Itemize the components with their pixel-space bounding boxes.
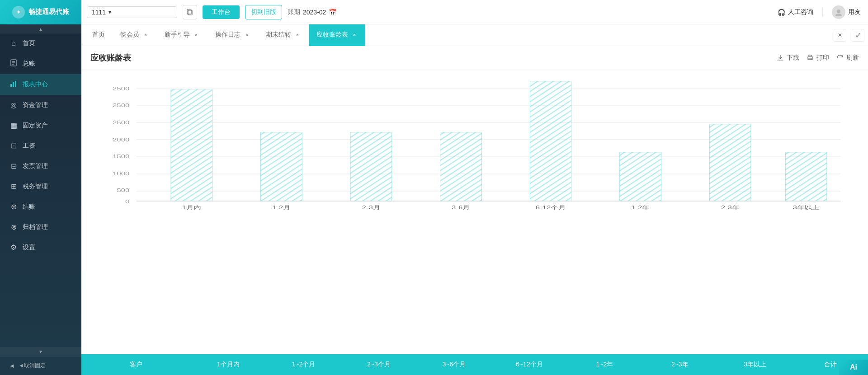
page-content: 应收账龄表 下载 xyxy=(81,46,868,375)
ledger-icon xyxy=(9,59,18,68)
tax-icon: ⊞ xyxy=(9,182,18,191)
logo-text: 畅捷通易代账 xyxy=(28,8,69,16)
ai-badge[interactable]: Ai xyxy=(839,360,868,375)
main-layout: ▲ ⌂ 首页 总账 xyxy=(0,24,868,375)
reports-icon xyxy=(9,80,18,89)
chevron-down-icon: ▾ xyxy=(108,9,111,15)
page-title: 应收账龄表 xyxy=(90,52,131,63)
user-name: 用友 xyxy=(848,8,861,16)
sidebar-item-settings[interactable]: ⚙ 设置 xyxy=(0,237,81,258)
sidebar-item-assets[interactable]: ▦ 固定资产 xyxy=(0,115,81,136)
svg-text:1月内: 1月内 xyxy=(182,205,201,210)
archive-icon: ⊗ xyxy=(9,223,18,231)
sidebar-label-reports: 报表中心 xyxy=(23,80,48,89)
sidebar-item-salary[interactable]: ⊡ 工资 xyxy=(0,136,81,156)
sidebar-item-invoice[interactable]: ⊟ 发票管理 xyxy=(0,156,81,176)
copy-icon xyxy=(186,9,193,16)
user-avatar-icon xyxy=(835,8,843,16)
ai-label: Ai xyxy=(850,363,857,371)
sidebar-item-tax[interactable]: ⊞ 税务管理 xyxy=(0,176,81,197)
sidebar-item-ledger[interactable]: 总账 xyxy=(0,53,81,74)
download-label: 下载 xyxy=(787,54,799,62)
company-selector[interactable]: 1111 ▾ xyxy=(87,6,177,18)
expand-tabs-button[interactable]: ⤢ xyxy=(852,29,864,42)
table-header-1m: 1个月内 xyxy=(191,361,266,369)
sidebar-label-ledger: 总账 xyxy=(23,60,35,68)
bar-2 xyxy=(261,132,302,201)
tab-home[interactable]: 首页 xyxy=(85,24,112,46)
svg-text:3年以上: 3年以上 xyxy=(793,205,820,210)
tab-guide[interactable]: 新手引导 × xyxy=(157,24,207,46)
copy-button[interactable] xyxy=(183,5,197,19)
sidebar-label-tax: 税务管理 xyxy=(23,183,48,191)
table-header-6-12m-label: 6~12个月 xyxy=(516,361,543,368)
consult-label: 人工咨询 xyxy=(788,8,813,16)
refresh-button[interactable]: 刷新 xyxy=(836,54,859,62)
tab-oplog-close[interactable]: × xyxy=(243,31,250,38)
svg-text:2000: 2000 xyxy=(113,137,129,142)
download-icon xyxy=(777,54,784,61)
sidebar-item-home[interactable]: ⌂ 首页 xyxy=(0,33,81,53)
sidebar-label-archive: 归档管理 xyxy=(23,223,48,231)
bar-7 xyxy=(709,124,751,201)
consult-area[interactable]: 🎧 人工咨询 xyxy=(778,8,813,16)
sidebar-label-funds: 资金管理 xyxy=(23,101,48,109)
svg-text:2500: 2500 xyxy=(113,103,129,108)
tab-aging-close[interactable]: × xyxy=(351,31,358,38)
tab-aging-label: 应收账龄表 xyxy=(316,31,348,39)
funds-icon: ◎ xyxy=(9,101,18,109)
sidebar-scroll-down[interactable]: ▼ xyxy=(0,347,81,356)
switch-old-button[interactable]: 切到旧版 xyxy=(245,5,282,19)
table-header-row: 客户 1个月内 1~2个月 2~3个月 3~6个月 6~12个月 xyxy=(81,354,868,375)
workbench-button[interactable]: 工作台 xyxy=(203,5,240,19)
page-actions: 下载 打印 xyxy=(777,54,859,62)
sidebar-item-reports[interactable]: 报表中心 xyxy=(0,74,81,95)
refresh-icon xyxy=(836,54,844,61)
sidebar-label-salary: 工资 xyxy=(23,142,35,150)
tab-bar: 首页 畅会员 × 新手引导 × 操作日志 × 期末结转 × 应收账龄表 × xyxy=(81,24,868,46)
period-area: 账期 2023-02 📅 xyxy=(288,8,336,16)
chart-area: 0 500 1000 1500 2000 2500 2500 2500 xyxy=(81,70,868,354)
sidebar-item-funds[interactable]: ◎ 资金管理 xyxy=(0,95,81,115)
tab-oplog-label: 操作日志 xyxy=(215,31,241,39)
sidebar-scroll-up[interactable]: ▲ xyxy=(0,24,81,33)
sidebar-cancel-fixed[interactable]: ◄ ◄取消固定 xyxy=(0,356,81,375)
period-label: 账期 xyxy=(288,8,300,16)
header-right: 🎧 人工咨询 用友 xyxy=(778,5,861,19)
tab-yearend[interactable]: 期末结转 × xyxy=(259,24,308,46)
svg-point-3 xyxy=(835,14,842,16)
table-header-1-2m-label: 1~2个月 xyxy=(292,361,316,368)
home-icon: ⌂ xyxy=(9,39,18,47)
svg-text:3-6月: 3-6月 xyxy=(452,205,470,210)
sidebar-item-archive[interactable]: ⊗ 归档管理 xyxy=(0,217,81,237)
tab-member[interactable]: 畅会员 × xyxy=(113,24,156,46)
table-header-3-6m: 3~6个月 xyxy=(416,361,491,369)
table-header-3-6m-label: 3~6个月 xyxy=(442,361,466,368)
tab-member-close[interactable]: × xyxy=(142,31,149,38)
download-button[interactable]: 下载 xyxy=(777,54,799,62)
period-value: 2023-02 xyxy=(303,9,326,16)
table-header-3y-plus-label: 3年以上 xyxy=(744,361,766,368)
logo-icon: ✦ xyxy=(12,6,25,19)
bar-6 xyxy=(620,152,661,201)
svg-text:1500: 1500 xyxy=(113,154,129,159)
print-label: 打印 xyxy=(816,54,829,62)
tab-aging[interactable]: 应收账龄表 × xyxy=(309,24,365,46)
user-area[interactable]: 用友 xyxy=(832,5,861,19)
salary-icon: ⊡ xyxy=(9,141,18,150)
table-header-2-3m: 2~3个月 xyxy=(341,361,416,369)
sidebar-label-home: 首页 xyxy=(23,39,35,47)
table-header-2-3m-label: 2~3个月 xyxy=(367,361,391,368)
sidebar-item-checkout[interactable]: ⊕ 结账 xyxy=(0,197,81,217)
print-button[interactable]: 打印 xyxy=(807,54,829,62)
calendar-icon[interactable]: 📅 xyxy=(329,9,336,16)
tab-oplog[interactable]: 操作日志 × xyxy=(208,24,258,46)
table-header-client-label: 客户 xyxy=(130,361,142,368)
bar-4 xyxy=(440,132,482,201)
close-all-tabs-button[interactable]: × xyxy=(834,29,846,42)
settings-icon: ⚙ xyxy=(9,243,18,252)
checkout-icon: ⊕ xyxy=(9,202,18,211)
tab-yearend-label: 期末结转 xyxy=(266,31,291,39)
tab-guide-close[interactable]: × xyxy=(193,31,200,38)
tab-yearend-close[interactable]: × xyxy=(294,31,301,38)
